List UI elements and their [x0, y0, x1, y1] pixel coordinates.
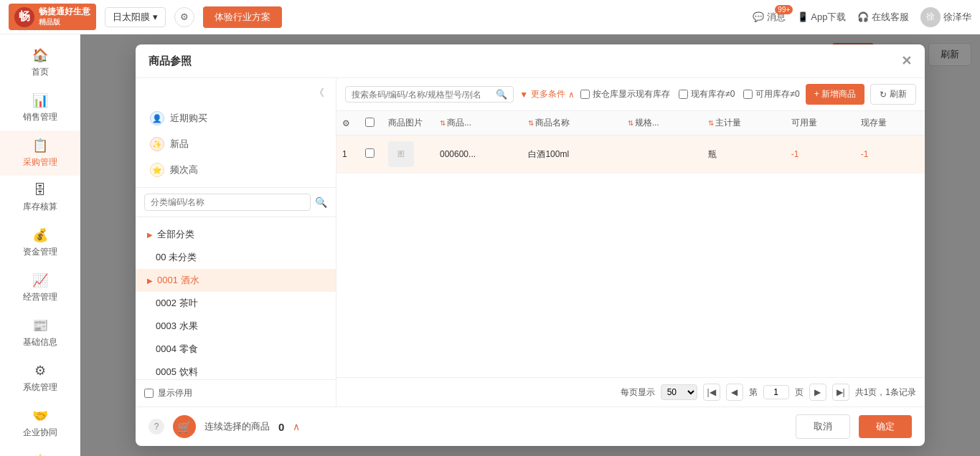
product-table: ⚙ 商品图片 ⇅商品...: [336, 111, 925, 174]
logo-line2: 精品版: [39, 17, 90, 27]
user-menu[interactable]: 徐 徐泽华: [920, 7, 971, 27]
select-all-checkbox[interactable]: [365, 118, 374, 127]
row-seq: 1: [336, 136, 359, 174]
tree-item-all[interactable]: ▶ 全部分类: [136, 223, 336, 246]
sidebar-item-enterprise[interactable]: 🤝 企业协同: [0, 401, 80, 446]
arrow-icon-liquor: ▶: [147, 277, 153, 285]
product-search-input[interactable]: [352, 90, 493, 100]
cart-icon[interactable]: 🛒: [173, 415, 196, 438]
table-row[interactable]: 1 图 000600... 白酒100ml 瓶: [336, 136, 925, 174]
cancel-btn[interactable]: 取消: [796, 414, 850, 439]
product-table-wrap: ⚙ 商品图片 ⇅商品...: [336, 111, 925, 377]
last-page-btn[interactable]: ▶|: [832, 384, 849, 401]
sidebar-item-inventory[interactable]: 🗄 库存核算: [0, 176, 80, 220]
sidebar-item-purchase[interactable]: 📋 采购管理: [0, 130, 80, 176]
refresh-btn[interactable]: ↻ 刷新: [870, 84, 916, 105]
th-available[interactable]: 可用量: [786, 111, 855, 136]
row-checkbox[interactable]: [359, 136, 382, 174]
checkbox-available-nonzero[interactable]: 可用库存≠0: [743, 88, 799, 100]
checkbox-stock-nonzero[interactable]: 现有库存≠0: [679, 88, 735, 100]
store-dropdown[interactable]: 日太阳膜 ▾: [105, 7, 166, 27]
sidebar-item-sales[interactable]: 📊 销售管理: [0, 85, 80, 130]
th-settings[interactable]: ⚙: [336, 111, 359, 136]
tree-item-fruit[interactable]: 0003 水果: [136, 315, 336, 338]
th-img: 商品图片: [382, 111, 434, 136]
tree-item-liquor[interactable]: ▶ 0001 酒水: [136, 269, 336, 292]
arrow-icon: ▶: [147, 231, 153, 239]
quick-item-freq[interactable]: ⭐ 频次高: [144, 158, 327, 181]
tree-item-uncat[interactable]: 00 未分类: [136, 246, 336, 269]
sidebar-item-finance[interactable]: 💰 资金管理: [0, 220, 80, 265]
help-icon[interactable]: ?: [149, 419, 164, 434]
stock-checkboxes: 按仓库显示现有库存 现有库存≠0 可用库存≠0: [580, 88, 800, 100]
product-image: 图: [388, 141, 414, 167]
tree-item-drinks[interactable]: 0005 饮料: [136, 361, 336, 379]
page-input[interactable]: [763, 385, 789, 399]
nav-actions: 💬 消息 99+ 📱 App下载 🎧 在线客服 徐 徐泽华: [753, 7, 971, 27]
content-area: 查询 设置 刷新 商品参照 ✕ 《: [80, 34, 980, 456]
category-search-input[interactable]: [144, 194, 311, 211]
sidebar-item-basic[interactable]: 📰 基础信息: [0, 310, 80, 356]
sidebar-item-system[interactable]: ⚙ 系统管理: [0, 356, 80, 401]
avatar: 徐: [920, 7, 941, 27]
add-product-btn[interactable]: + 新增商品: [806, 84, 864, 105]
th-stock[interactable]: 现存量: [855, 111, 925, 136]
page-label-ye: 页: [795, 386, 804, 399]
settings-icon: ⚙: [342, 118, 350, 128]
category-tree: ▶ 全部分类 00 未分类 ▶ 0001 酒水 0002 茶: [136, 217, 336, 379]
th-unit[interactable]: ⇅主计量: [702, 111, 786, 136]
chevron-up-icon: ∧: [568, 90, 575, 100]
gear-icon[interactable]: ⚙: [174, 7, 194, 27]
sidebar-item-business[interactable]: 📈 经营管理: [0, 265, 80, 310]
guide-icon: 🌟: [32, 453, 48, 456]
more-filter-btn[interactable]: ▼ 更多条件 ∧: [519, 88, 575, 100]
total-info: 共1页，1条记录: [855, 386, 916, 399]
confirm-btn[interactable]: 确定: [859, 415, 912, 438]
row-img: 图: [382, 136, 434, 174]
modal-toolbar: 🔍 ▼ 更多条件 ∧ 按仓库显示现有库存: [336, 78, 925, 111]
exp-btn[interactable]: 体验行业方案: [203, 6, 282, 28]
prev-page-btn[interactable]: ◀: [726, 384, 743, 401]
th-name[interactable]: ⇅商品名称: [522, 111, 621, 136]
tree-item-tea[interactable]: 0002 茶叶: [136, 292, 336, 315]
quick-item-recent[interactable]: 👤 近期购买: [144, 107, 327, 130]
search-icon[interactable]: 🔍: [496, 89, 507, 100]
next-page-btn[interactable]: ▶: [809, 384, 826, 401]
product-reference-modal: 商品参照 ✕ 《 👤 近期购买: [136, 44, 925, 446]
logo-line1: 畅捷通好生意: [39, 6, 90, 18]
sort-icon-spec: ⇅: [628, 119, 633, 127]
show-disabled-checkbox[interactable]: [144, 389, 154, 398]
sidebar-item-home[interactable]: 🏠 首页: [0, 40, 80, 85]
toolbar-right: + 新增商品 ↻ 刷新: [806, 84, 916, 105]
top-nav: 畅 畅捷通好生意 精品版 日太阳膜 ▾ ⚙ 体验行业方案 💬 消息 99+ 📱 …: [0, 0, 980, 34]
home-icon: 🏠: [32, 47, 48, 63]
th-checkbox[interactable]: [359, 111, 382, 136]
finance-icon: 💰: [32, 227, 48, 243]
online-service-btn[interactable]: 🎧 在线客服: [857, 11, 909, 24]
tree-item-snack[interactable]: 0004 零食: [136, 338, 336, 361]
modal-body: 《 👤 近期购买 ✨ 新品 ⭐: [136, 78, 925, 407]
category-search-btn[interactable]: 🔍: [315, 196, 327, 208]
headset-icon: 🎧: [857, 11, 869, 22]
sidebar-item-guide[interactable]: 🌟 新手引导: [0, 446, 80, 456]
th-spec[interactable]: ⇅规格...: [622, 111, 702, 136]
th-code[interactable]: ⇅商品...: [434, 111, 522, 136]
logo-icon: 畅: [14, 7, 34, 27]
chevron-down-icon: ▾: [153, 11, 158, 22]
app-download-btn[interactable]: 📱 App下载: [797, 11, 846, 24]
show-disabled-label[interactable]: 显示停用: [158, 387, 192, 399]
modal-overlay: 商品参照 ✕ 《 👤 近期购买: [80, 34, 980, 456]
per-page-select[interactable]: 50 20 100: [661, 384, 697, 400]
close-icon[interactable]: ✕: [901, 53, 912, 69]
purchase-icon: 📋: [32, 138, 48, 153]
row-code: 000600...: [434, 136, 522, 174]
row-spec: [622, 136, 702, 174]
message-btn[interactable]: 💬 消息 99+: [753, 11, 786, 24]
collapse-selected-btn[interactable]: ∧: [293, 421, 300, 432]
checkbox-warehouse-stock[interactable]: 按仓库显示现有库存: [580, 88, 670, 100]
inventory-icon: 🗄: [34, 183, 47, 198]
row-available: -1: [786, 136, 855, 174]
first-page-btn[interactable]: |◀: [703, 384, 720, 401]
collapse-left-btn[interactable]: 《: [311, 84, 327, 103]
quick-item-new[interactable]: ✨ 新品: [144, 133, 327, 156]
